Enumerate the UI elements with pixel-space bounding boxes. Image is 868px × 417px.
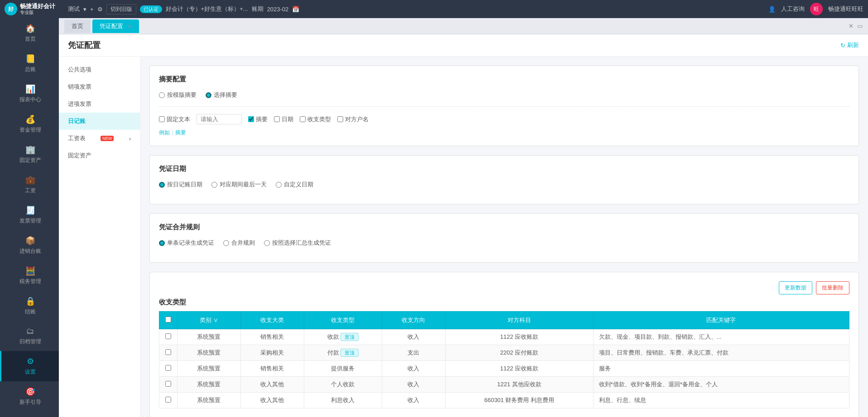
sidebar-item-home[interactable]: 🏠首页	[0, 18, 59, 48]
row-category: 系统预置	[177, 393, 241, 408]
row-keyword: 利息、行息、续息	[593, 393, 849, 408]
page-content: 凭证配置 ↻ 刷新 公共选项 销项发票 进项发票	[59, 34, 868, 417]
row-checkbox[interactable]	[159, 329, 177, 345]
sidebar-item-purchase[interactable]: 📦进销台账	[0, 230, 59, 261]
nav-item-sales-invoice[interactable]: 销项发票	[59, 78, 140, 95]
row-category: 系统预置	[177, 361, 241, 377]
summary-radio-group: 按模版摘要 选择摘要	[159, 91, 849, 99]
fixed-text-input[interactable]	[197, 114, 242, 124]
summary-radio-template[interactable]: 按模版摘要	[159, 91, 197, 99]
refresh-button[interactable]: ↻ 刷新	[840, 41, 859, 49]
tab-voucher-config[interactable]: 凭证配置 ✕	[92, 19, 139, 33]
add-icon[interactable]: +	[90, 6, 94, 13]
sidebar-item-reports[interactable]: 📊报表中心	[0, 79, 59, 109]
sidebar-item-member[interactable]: 👑畅会员	[0, 412, 59, 417]
help-label[interactable]: 人工咨询	[781, 5, 805, 13]
home-icon: 🏠	[25, 24, 35, 33]
period-label: 账期	[252, 5, 264, 13]
chevron-down-icon[interactable]: ▾	[83, 6, 86, 13]
tab-home[interactable]: 首页	[64, 19, 91, 33]
archive-icon: 🗂	[26, 327, 34, 336]
sidebar-item-capital[interactable]: 💰资金管理	[0, 109, 59, 139]
batch-delete-button[interactable]: 批量删除	[816, 281, 849, 294]
voucher-date-title: 凭证日期	[159, 165, 849, 173]
nav-item-public[interactable]: 公共选项	[59, 61, 140, 78]
type-text: 个人收款	[331, 381, 355, 388]
close-icon[interactable]: ✕	[849, 23, 854, 29]
merge-rules-section: 凭证合并规则 单条记录生成凭证 合并规则	[149, 213, 859, 263]
row-direction: 支出	[382, 345, 446, 361]
merge-radio-summary[interactable]: 按照选择汇总生成凭证	[264, 239, 331, 247]
income-expense-table: 类别 ∨ 收支大类 收支类型 收支方向 对方科目 匹配关键字 系统预置	[159, 311, 849, 408]
new-badge: NEW	[101, 136, 114, 141]
nav-item-fixed-assets[interactable]: 固定资产	[59, 147, 140, 164]
row-checkbox[interactable]	[159, 361, 177, 377]
fixed-text-checkbox[interactable]: 固定文本	[159, 115, 190, 123]
sidebar-item-guide[interactable]: 🎯新手引导	[0, 381, 59, 412]
row-type: 利息收入	[304, 393, 382, 408]
invoice_mgmt-icon: 🧾	[25, 205, 35, 215]
settings-icon: ⚙	[27, 356, 34, 366]
username[interactable]: 畅捷通旺旺旺	[828, 5, 863, 13]
date-radio-custom[interactable]: 自定义日期	[276, 180, 313, 189]
sidebar-item-settings[interactable]: ⚙设置	[0, 351, 59, 381]
col-checkbox[interactable]	[159, 312, 177, 329]
summary-radio-select[interactable]: 选择摘要	[206, 91, 237, 99]
sidebar-item-archive[interactable]: 🗂归档管理	[0, 321, 59, 351]
ledger-icon: 📒	[25, 54, 35, 64]
row-major: 销售相关	[240, 361, 304, 377]
sidebar-label-assets: 固定资产	[19, 156, 41, 164]
pin-tag[interactable]: 置顶	[340, 349, 359, 357]
row-direction: 收入	[382, 393, 446, 408]
abstract-checkbox[interactable]: 摘要	[248, 115, 268, 123]
sidebar-label-closing: 结账	[25, 308, 36, 316]
type-tag: 收款	[327, 333, 339, 340]
date-radio-journal[interactable]: 按日记账日期	[159, 180, 202, 189]
content-area: 首页 凭证配置 ✕ ✕ ▭ 凭证配置 ↻ 刷新	[59, 18, 868, 417]
salary-icon: 💼	[25, 175, 35, 185]
type-checkbox[interactable]: 收支类型	[300, 115, 331, 123]
sidebar-item-closing[interactable]: 🔒结账	[0, 291, 59, 321]
merge-rules-title: 凭证合并规则	[159, 223, 849, 232]
merge-radio-single[interactable]: 单条记录生成凭证	[159, 239, 214, 247]
expand-icon: ›	[129, 135, 131, 142]
maximize-icon[interactable]: ▭	[857, 23, 863, 29]
col-type: 收支类型	[304, 312, 382, 329]
row-type: 付款 置顶	[304, 345, 382, 361]
sidebar-item-invoice_mgmt[interactable]: 🧾发票管理	[0, 200, 59, 230]
row-checkbox[interactable]	[159, 345, 177, 361]
col-counterpart: 对方科目	[445, 312, 593, 329]
row-checkbox[interactable]	[159, 377, 177, 393]
sidebar-label-purchase: 进销台账	[19, 247, 41, 255]
date-radio-period-last[interactable]: 对应期间最后一天	[211, 180, 267, 189]
pin-tag[interactable]: 置顶	[340, 333, 359, 341]
period-value: 2023-02	[267, 6, 289, 13]
nav-item-journal[interactable]: 日记账	[59, 113, 140, 130]
merge-radio-merge[interactable]: 合并规则	[223, 239, 255, 247]
update-data-button[interactable]: 更新数据	[779, 281, 812, 294]
calendar-icon[interactable]: 📅	[292, 6, 299, 13]
sidebar-item-assets[interactable]: 🏢固定资产	[0, 139, 59, 170]
top-header: 好 畅捷通好会计 专业版 测试 ▾ + ⚙ 切到旧版 已认证 好会计（专）+好生…	[0, 0, 868, 18]
nav-item-purchase-invoice[interactable]: 进项发票	[59, 95, 140, 113]
row-checkbox[interactable]	[159, 393, 177, 408]
row-direction: 收入	[382, 329, 446, 345]
page-title: 凭证配置	[68, 40, 101, 51]
sidebar-label-home: 首页	[25, 35, 36, 43]
switch-version-button[interactable]: 切到旧版	[106, 4, 136, 14]
settings-icon[interactable]: ⚙	[97, 6, 103, 13]
sidebar-item-ledger[interactable]: 📒总账	[0, 48, 59, 79]
sidebar-item-salary[interactable]: 💼工资	[0, 170, 59, 200]
counterpart-checkbox[interactable]: 对方户名	[337, 115, 369, 123]
tab-close-icon[interactable]: ✕	[128, 24, 132, 29]
table-action-row: 更新数据 批量删除	[159, 281, 849, 294]
form-area: 摘要配置 按模版摘要 选择摘要	[140, 57, 868, 417]
sidebar-item-tax[interactable]: 🧮税务管理	[0, 261, 59, 291]
workspace-label[interactable]: 测试	[68, 5, 80, 13]
left-nav: 公共选项 销项发票 进项发票 日记账 工资表 NEW ›	[59, 57, 140, 417]
logo: 好 畅捷通好会计 专业版	[5, 3, 63, 15]
nav-item-salary-table[interactable]: 工资表 NEW ›	[59, 130, 140, 147]
avatar[interactable]: 旺	[810, 3, 823, 15]
type-text: 提供服务	[331, 365, 355, 372]
date-checkbox[interactable]: 日期	[274, 115, 293, 123]
